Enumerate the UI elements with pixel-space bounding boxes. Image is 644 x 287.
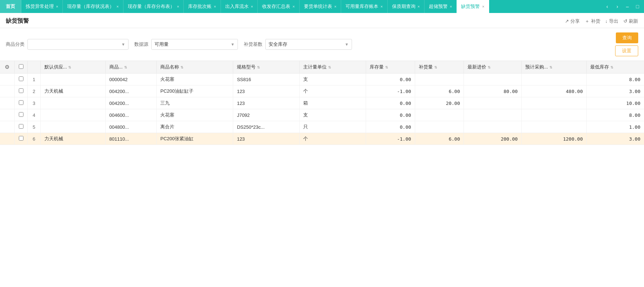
table-container: ⚙ 默认供应...⇅ 商品...⇅ 商品名称⇅ (0, 61, 644, 145)
td-unit-4: 只 (300, 121, 366, 133)
table-header-row: ⚙ 默认供应...⇅ 商品...⇅ 商品名称⇅ (0, 61, 644, 74)
nav-tab-close-exception[interactable]: × (56, 4, 58, 9)
nav-tab-expiry-query[interactable]: 保质期查询 × (388, 0, 425, 13)
td-checkbox-4 (14, 121, 27, 133)
td-est_purchase-2 (522, 97, 587, 109)
td-est_purchase-3 (522, 109, 587, 121)
td-gear-0 (0, 74, 14, 85)
td-latest_price-3 (464, 109, 522, 121)
td-min_stock-0: 8.00 (587, 74, 644, 85)
replenish-base-value: 安全库存 (269, 41, 287, 48)
page-title: 缺货预警 (6, 17, 29, 25)
nav-tab-available-ledger[interactable]: 可用量库存账本 × (341, 0, 387, 13)
nav-next-button[interactable]: › (612, 1, 622, 12)
td-min_stock-3: 8.00 (587, 109, 644, 121)
row-checkbox-1[interactable] (19, 88, 23, 93)
nav-tab-close-shortage[interactable]: × (482, 4, 484, 9)
nav-tab-close-collect-summary[interactable]: × (292, 4, 295, 9)
th-min-stock[interactable]: 最低库存⇅ (587, 61, 644, 74)
td-est_purchase-1: 480.00 (522, 85, 587, 97)
td-latest_price-0 (464, 74, 522, 85)
row-checkbox-4[interactable] (19, 124, 23, 129)
td-rownum-4: 5 (27, 121, 40, 133)
nav-tab-label-exception: 拣货异常处理 (26, 3, 54, 10)
td-rownum-1: 2 (27, 85, 40, 97)
th-product-code[interactable]: 商品...⇅ (105, 61, 157, 74)
replenish-base-select[interactable]: 安全库存 ▼ (265, 39, 352, 50)
nav-tab-inout-flow[interactable]: 出入库流水 × (221, 0, 258, 13)
replenish-base-filter-item: 补货基数 安全库存 ▼ (244, 39, 352, 50)
nav-prev-button[interactable]: ‹ (602, 1, 612, 12)
sort-icon-spec: ⇅ (257, 65, 260, 69)
nav-tab-purchase-stats[interactable]: 要货单统计表 × (300, 0, 341, 13)
th-stock-qty[interactable]: 库存量⇅ (366, 61, 415, 74)
query-button[interactable]: 查询 (616, 32, 638, 43)
th-latest-price-label: 最新进价 (467, 64, 486, 70)
row-checkbox-0[interactable] (19, 76, 23, 81)
filter-right-buttons: 查询 设置 (615, 32, 638, 56)
row-checkbox-2[interactable] (19, 100, 23, 105)
share-button[interactable]: ↗分享 (565, 18, 580, 25)
nav-tab-close-purchase-stats[interactable]: × (334, 4, 336, 9)
nav-tab-label-inventory-dist: 现存量（库存分布表） (128, 3, 175, 10)
nav-tab-exception[interactable]: 拣货异常处理 × (21, 0, 63, 13)
gear-settings-icon[interactable]: ⚙ (5, 64, 9, 70)
nav-tab-label-expiry-query: 保质期查询 (392, 3, 415, 10)
td-est_purchase-5: 1200.00 (522, 133, 587, 145)
nav-tab-close-inout-flow[interactable]: × (251, 4, 253, 9)
datasource-select[interactable]: 可用量 ▼ (151, 39, 238, 50)
td-spec-3: J7092 (233, 109, 300, 121)
nav-tab-close-available-ledger[interactable]: × (380, 4, 383, 9)
datasource-value: 可用量 (155, 41, 169, 48)
th-spec[interactable]: 规格型号⇅ (233, 61, 300, 74)
nav-tab-collect-summary[interactable]: 收发存汇总表 × (258, 0, 299, 13)
replenish-button[interactable]: ＋补货 (585, 18, 600, 25)
sort-icon-stock: ⇅ (385, 65, 388, 69)
sort-icon-min: ⇅ (610, 65, 613, 69)
th-default-supplier[interactable]: 默认供应...⇅ (40, 61, 105, 74)
nav-tab-close-expiry-query[interactable]: × (418, 4, 420, 9)
nav-tab-home[interactable]: 首页 (0, 0, 21, 13)
th-product-name[interactable]: 商品名称⇅ (157, 61, 233, 74)
nav-tab-inventory-status[interactable]: 现存量（库存状况表） × (63, 0, 123, 13)
td-stock_qty-1: -1.00 (366, 85, 415, 97)
td-product_name-0: 火花塞 (157, 74, 233, 85)
nav-tab-batch-account[interactable]: 库存批次账 × (184, 0, 221, 13)
th-spec-label: 规格型号 (237, 64, 256, 70)
th-replenish-qty[interactable]: 补货量⇅ (415, 61, 464, 74)
th-est-purchase[interactable]: 预计采购...⇅ (522, 61, 587, 74)
td-default_supplier-4 (40, 121, 105, 133)
td-latest_price-2 (464, 97, 522, 109)
nav-tab-close-inventory-status[interactable]: × (116, 4, 118, 9)
export-button[interactable]: ↓导出 (605, 18, 619, 25)
td-min_stock-2: 10.00 (587, 97, 644, 109)
nav-tab-close-batch-account[interactable]: × (214, 4, 216, 9)
nav-minimize-button[interactable]: – (622, 1, 632, 12)
nav-tab-shortage[interactable]: 缺货预警 × (457, 0, 489, 13)
th-replenish-qty-label: 补货量 (419, 64, 433, 70)
td-unit-1: 个 (300, 85, 366, 97)
row-checkbox-3[interactable] (19, 112, 23, 117)
td-latest_price-1: 80.00 (464, 85, 522, 97)
nav-controls: ‹ › – □ (602, 1, 644, 12)
nav-tab-close-inventory-dist[interactable]: × (177, 4, 179, 9)
category-select[interactable]: ▼ (27, 39, 129, 50)
nav-maximize-button[interactable]: □ (632, 1, 643, 12)
th-unit[interactable]: 主计量单位⇅ (300, 61, 366, 74)
row-checkbox-5[interactable] (19, 136, 23, 141)
td-product_code-0: 0000042 (105, 74, 157, 85)
page-content: 缺货预警 ↗分享＋补货↓导出↺刷新 商品分类 ▼ 数据源 可用量 ▼ 补货基数 … (0, 13, 644, 287)
settings-button[interactable]: 设置 (615, 45, 638, 56)
th-min-stock-label: 最低库存 (590, 64, 609, 70)
td-min_stock-4: 1.00 (587, 121, 644, 133)
td-product_name-3: 火花塞 (157, 109, 233, 121)
select-all-checkbox[interactable] (19, 64, 23, 69)
th-gear[interactable]: ⚙ (0, 61, 14, 74)
nav-tab-close-overstock[interactable]: × (450, 4, 452, 9)
th-latest-price[interactable]: 最新进价⇅ (464, 61, 522, 74)
refresh-button[interactable]: ↺刷新 (623, 18, 638, 25)
td-unit-3: 支 (300, 109, 366, 121)
td-gear-2 (0, 97, 14, 109)
nav-tab-overstock[interactable]: 超储预警 × (425, 0, 457, 13)
nav-tab-inventory-dist[interactable]: 现存量（库存分布表） × (123, 0, 184, 13)
